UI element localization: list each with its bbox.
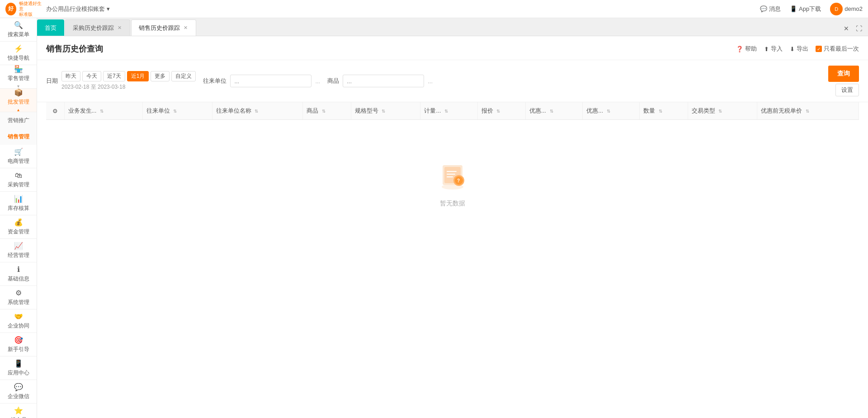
- sidebar-item-ecommerce[interactable]: 🛒 电商管理: [0, 145, 37, 168]
- logo-text: 畅捷通好生意 标准版: [19, 1, 42, 17]
- date-btn-7days[interactable]: 近7天: [103, 71, 125, 81]
- handshake-icon: 🤝: [14, 312, 23, 321]
- col-partner-code[interactable]: 往来单位 ⇅: [142, 102, 212, 120]
- lightning-icon: ⚡: [14, 44, 23, 53]
- main-layout: 🔍 搜索菜单 ⚡ 快捷导航 🏪 零售管理 ▾ 📦 批发管理 ▴ 营销推广 销售管…: [0, 18, 868, 418]
- col-transaction-type[interactable]: 交易类型 ⇅: [688, 102, 757, 120]
- date-btn-more[interactable]: 更多: [151, 71, 170, 81]
- sidebar-sub-marketing[interactable]: 营销推广: [0, 112, 37, 128]
- sort-icon: ⇅: [100, 109, 104, 114]
- sort-icon: ⇅: [382, 109, 385, 114]
- product-filter-group: 商品 ...: [327, 75, 433, 87]
- query-button[interactable]: 查询: [828, 66, 859, 82]
- phone-icon: 📱: [790, 5, 797, 12]
- col-partner-name[interactable]: 往来单位名称 ⇅: [212, 102, 303, 120]
- sidebar-item-shortcut[interactable]: ⚡ 快捷导航: [0, 42, 37, 65]
- help-icon: ❓: [736, 46, 743, 52]
- filter-row: 日期 昨天 今天 近7天 近1月 更多 自定义 2023-02-18 至 202…: [46, 71, 819, 91]
- sidebar-item-wechat[interactable]: 💬 企业微信: [0, 380, 37, 404]
- gear-icon: ⚙: [15, 289, 22, 297]
- date-label: 日期: [46, 77, 58, 85]
- page-content: 销售历史价查询 ❓ 帮助 ⬆ 导入 ⬇ 导出 ✓: [37, 36, 868, 418]
- maximize-window-button[interactable]: ⛶: [854, 23, 864, 34]
- col-quoted-price[interactable]: 报价 ⇅: [477, 102, 525, 120]
- col-settings[interactable]: ⚙: [46, 102, 64, 120]
- sidebar-item-guide[interactable]: 🎯 新手引导: [0, 333, 37, 356]
- tab-bar: 首页 采购历史价跟踪 ✕ 销售历史价跟踪 ✕ ✕ ⛶: [37, 18, 868, 36]
- export-button[interactable]: ⬇ 导出: [790, 45, 808, 53]
- partner-input[interactable]: [230, 75, 311, 87]
- col-pretax-price[interactable]: 优惠前无税单价 ⇅: [757, 102, 859, 120]
- date-btn-1month[interactable]: 近1月: [127, 71, 149, 81]
- top-bar: 好 畅捷通好生意 标准版 办公用品行业模拟账套 ▾ 💬 消息 📱 App下载 D…: [0, 0, 868, 18]
- import-button[interactable]: ⬆ 导入: [764, 45, 783, 53]
- sidebar-sub-sales[interactable]: 销售管理: [0, 128, 37, 145]
- chart-icon: 📊: [14, 195, 23, 203]
- date-btn-custom[interactable]: 自定义: [171, 71, 196, 81]
- sidebar-item-enterprise[interactable]: 🤝 企业协同: [0, 309, 37, 333]
- col-quantity[interactable]: 数量 ⇅: [640, 102, 688, 120]
- top-right-actions: 💬 消息 📱 App下载 D demo2: [760, 3, 863, 15]
- app-download-button[interactable]: 📱 App下载: [790, 5, 821, 13]
- col-discount2[interactable]: 优惠... ⇅: [583, 102, 640, 120]
- sidebar-item-inventory[interactable]: 📊 库存核算: [0, 192, 37, 215]
- settings-button[interactable]: 设置: [835, 84, 859, 96]
- sidebar-item-system[interactable]: ⚙ 系统管理: [0, 286, 37, 309]
- col-product[interactable]: 商品 ⇅: [303, 102, 351, 120]
- sidebar-item-member[interactable]: ⭐ 畅会员: [0, 404, 37, 418]
- date-btn-today[interactable]: 今天: [82, 71, 101, 81]
- sidebar-item-operations[interactable]: 📈 经营管理: [0, 239, 37, 262]
- page-title: 销售历史价查询: [46, 43, 103, 54]
- col-spec[interactable]: 规格型号 ⇅: [351, 102, 420, 120]
- table-header-row: ⚙ 业务发生... ⇅ 往来单位 ⇅ 往来单位名称: [46, 102, 859, 120]
- col-business-date[interactable]: 业务发生... ⇅: [64, 102, 142, 120]
- sidebar: 🔍 搜索菜单 ⚡ 快捷导航 🏪 零售管理 ▾ 📦 批发管理 ▴ 营销推广 销售管…: [0, 18, 37, 418]
- sidebar-item-app-center[interactable]: 📱 应用中心: [0, 356, 37, 380]
- avatar: D: [830, 3, 843, 15]
- user-menu[interactable]: D demo2: [830, 3, 863, 15]
- help-button[interactable]: ❓ 帮助: [736, 45, 757, 53]
- date-btn-yesterday[interactable]: 昨天: [61, 71, 80, 81]
- shopping-icon: 🛍: [15, 171, 22, 180]
- sort-icon: ⇅: [806, 109, 809, 114]
- sidebar-item-finance[interactable]: 💰 资金管理: [0, 215, 37, 239]
- date-filter-group: 日期 昨天 今天 近7天 近1月 更多 自定义 2023-02-18 至 202…: [46, 71, 196, 91]
- sort-icon: ⇅: [607, 109, 610, 114]
- product-input[interactable]: [343, 75, 424, 87]
- message-button[interactable]: 💬 消息: [760, 5, 781, 13]
- sidebar-item-basic[interactable]: ℹ 基础信息: [0, 262, 37, 286]
- message-icon: 💬: [760, 5, 767, 12]
- tab-purchase-history[interactable]: 采购历史价跟踪 ✕: [65, 19, 130, 36]
- sidebar-item-retail[interactable]: 🏪 零售管理 ▾: [0, 65, 37, 89]
- info-icon: ℹ: [17, 265, 20, 274]
- date-options-container: 昨天 今天 近7天 近1月 更多 自定义 2023-02-18 至 2023-0…: [61, 71, 196, 91]
- col-unit[interactable]: 计量... ⇅: [420, 102, 477, 120]
- store-icon: 🏪: [14, 65, 23, 73]
- logo-area: 好 畅捷通好生意 标准版: [5, 1, 42, 17]
- search-icon: 🔍: [14, 21, 23, 29]
- empty-state: ? 暂无数据: [46, 120, 859, 244]
- partner-label: 往来单位: [203, 77, 226, 85]
- sort-icon: ⇅: [496, 109, 500, 114]
- date-range-text: 2023-02-18 至 2023-03-18: [61, 83, 196, 91]
- mobile-icon: 📱: [14, 359, 23, 368]
- sidebar-item-search-menu[interactable]: 🔍 搜索菜单: [0, 18, 37, 42]
- tab-sales-history-close[interactable]: ✕: [183, 24, 189, 31]
- star-icon: ⭐: [14, 406, 23, 415]
- tab-home[interactable]: 首页: [37, 19, 64, 36]
- sort-icon: ⇅: [173, 109, 177, 114]
- money-icon: 💰: [14, 218, 23, 227]
- sidebar-item-purchase[interactable]: 🛍 采购管理: [0, 168, 37, 192]
- tab-purchase-history-close[interactable]: ✕: [117, 24, 123, 31]
- tab-sales-history[interactable]: 销售历史价跟踪 ✕: [131, 19, 196, 36]
- account-dropdown[interactable]: 办公用品行业模拟账套 ▾: [46, 5, 756, 13]
- col-discount1[interactable]: 优惠... ⇅: [526, 102, 583, 120]
- product-label: 商品: [327, 77, 339, 85]
- box-icon: 📦: [14, 88, 23, 97]
- table-area: ⚙ 业务发生... ⇅ 往来单位 ⇅ 往来单位名称: [37, 102, 868, 244]
- cart-icon: 🛒: [14, 147, 23, 156]
- only-last-checkbox[interactable]: ✓ 只看最后一次: [816, 45, 859, 53]
- close-window-button[interactable]: ✕: [841, 23, 852, 34]
- sidebar-item-wholesale[interactable]: 📦 批发管理 ▴: [0, 89, 37, 112]
- sort-icon: ⇅: [322, 109, 326, 114]
